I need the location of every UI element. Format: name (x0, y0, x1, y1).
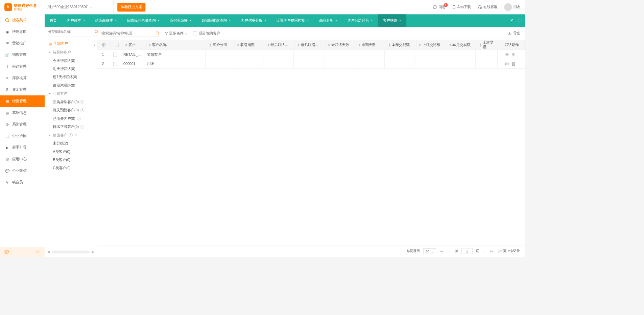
tab-2[interactable]: 供应商账本✕ (90, 14, 122, 27)
collapse-nav-icon[interactable] (36, 250, 40, 254)
nav-item-10[interactable]: ▶新手引导 (0, 142, 45, 153)
col-customer-code[interactable]: 客户... (123, 40, 146, 50)
col-customer-group[interactable]: 客户分组 (207, 40, 235, 50)
tree-scroll-left[interactable]: ◀ (47, 250, 50, 254)
tree-leaf[interactable]: 逾期未联络(0) (45, 81, 97, 89)
grid-search-input[interactable] (101, 30, 156, 36)
next-page-button[interactable]: › (482, 249, 486, 253)
tab-4[interactable]: 应付明细账✕ (165, 14, 197, 27)
table-row[interactable]: 2000001用友 (97, 59, 525, 69)
page-input[interactable] (461, 248, 473, 254)
tree-leaf[interactable]: 未分组(2) (45, 139, 97, 148)
tree-leaf[interactable]: B类客户(0) (45, 156, 97, 164)
experience-plan-button[interactable]: 体验行业方案 (117, 3, 145, 12)
close-icon[interactable]: ✕ (229, 19, 231, 22)
tree-group[interactable]: ▼问题客户 (45, 90, 97, 98)
col-overdue-days[interactable]: 逾期天数 (356, 40, 386, 50)
nav-item-12[interactable]: 💬企业微信 (0, 165, 45, 176)
col-last-trade[interactable]: 上次交易 (477, 40, 499, 50)
tabs-expand[interactable]: ⛶ (516, 19, 525, 23)
tree-group[interactable]: ▼价值客户 ? ✎ (45, 131, 97, 139)
tree-search-input[interactable] (48, 29, 95, 33)
tab-10[interactable]: 客户联络✕ (378, 14, 406, 27)
help-icon[interactable]: ? (77, 117, 80, 120)
messages-link[interactable]: 消息 6 (432, 4, 445, 9)
tabs-close-all[interactable]: ✕ (507, 19, 516, 23)
close-icon[interactable]: ✕ (399, 19, 401, 22)
tree-leaf[interactable]: 近7天待联络(0) (45, 73, 97, 81)
close-icon[interactable]: ✕ (157, 19, 160, 22)
search-icon[interactable] (95, 30, 98, 33)
view-icon[interactable] (505, 52, 508, 56)
tree-leaf[interactable]: C类客户(0) (45, 164, 97, 172)
help-icon[interactable]: ? (80, 108, 84, 112)
help-icon[interactable]: ? (69, 133, 73, 137)
more-icon[interactable] (511, 52, 515, 56)
tab-7[interactable]: 设置客户信用控制✕ (271, 14, 314, 27)
tree-leaf[interactable]: 已流失客户(0) ? (45, 114, 97, 122)
tab-1[interactable]: 客户账本✕ (62, 14, 90, 27)
tree-leaf[interactable]: A类客户(0) (45, 148, 97, 156)
edit-icon[interactable]: ✎ (74, 133, 77, 137)
search-icon[interactable] (156, 31, 159, 35)
nav-item-3[interactable]: ⇩采购管理 (0, 61, 45, 72)
tab-3[interactable]: 应收应付余额查询✕ (122, 14, 165, 27)
nav-item-11[interactable]: ⊞应用中心 (0, 153, 45, 165)
app-download-link[interactable]: App下载 (452, 4, 471, 9)
col-days-no-contact[interactable]: 未联络天数 (326, 40, 356, 50)
export-button[interactable]: 导出 (508, 31, 520, 36)
more-conditions[interactable]: 更多条件 ⌄ (165, 31, 188, 36)
nav-item-4[interactable]: ≡库存核算 (0, 72, 45, 84)
nav-item-2[interactable]: 🛒销售管理 (0, 49, 45, 61)
tree-scrollbar[interactable] (52, 250, 90, 253)
tree-leaf[interactable]: 回购异常客户(0) ? (45, 98, 97, 106)
user-menu[interactable]: 用友 (504, 3, 520, 11)
online-service-link[interactable]: 在线客服 (477, 4, 497, 9)
page-size-select[interactable]: 50 ⌄ (423, 248, 436, 254)
close-icon[interactable]: ✕ (189, 19, 192, 22)
nav-item-1[interactable]: ✉营销推广 (0, 38, 45, 49)
col-last-month-amount[interactable]: 上月交易额 (416, 40, 447, 50)
nav-item-7[interactable]: ▦基础信息 (0, 107, 45, 118)
col-last-contact-2[interactable]: 最后联络... (295, 40, 326, 50)
tree-scroll-right[interactable]: ▶ (92, 250, 94, 254)
nav-item-6[interactable]: ▤经营管理 (0, 95, 45, 107)
tree-leaf[interactable]: 今天待联络(0) (45, 57, 97, 65)
tree-leaf[interactable]: 流失预警客户(0) ? (45, 106, 97, 114)
close-icon[interactable]: ✕ (264, 19, 266, 22)
col-this-month-amount[interactable]: 本月交易额 (447, 40, 477, 50)
tree-leaf[interactable]: 明天待联络(0) (45, 65, 97, 73)
nav-item-0[interactable]: ◉快捷导航 (0, 26, 45, 38)
close-icon[interactable]: ✕ (307, 19, 309, 22)
close-icon[interactable]: ✕ (115, 19, 117, 22)
gear-icon[interactable] (4, 250, 9, 254)
column-settings[interactable] (97, 40, 111, 50)
view-icon[interactable] (505, 62, 508, 66)
header-checkbox[interactable] (111, 40, 123, 50)
first-page-button[interactable]: ⏮ (439, 249, 445, 253)
nav-item-8[interactable]: ⟳系统管理 (0, 118, 45, 130)
prev-page-button[interactable]: ‹ (448, 249, 452, 253)
col-contact-cycle[interactable]: 联络周期 (235, 40, 265, 50)
row-checkbox[interactable] (109, 50, 121, 59)
tab-9[interactable]: 客户分层经营✕ (342, 14, 378, 27)
close-icon[interactable]: ✕ (83, 19, 85, 22)
last-page-button[interactable]: ⏭ (489, 249, 495, 253)
tab-6[interactable]: 客户信用分析✕ (236, 14, 271, 27)
col-customer-name[interactable]: 客户名称 (147, 40, 207, 50)
nav-item-5[interactable]: $资金管理 (0, 84, 45, 95)
nav-item-13[interactable]: V畅会员 (0, 177, 45, 188)
tree-collapse-button[interactable]: « (93, 42, 97, 48)
tree-leaf[interactable]: 持续下滑客户(0) ? (45, 123, 97, 131)
help-icon[interactable]: ? (80, 125, 84, 129)
tab-8[interactable]: 商品分析✕ (314, 14, 342, 27)
my-customers-checkbox[interactable]: 我分管的客户 (193, 31, 220, 36)
col-year-amount[interactable]: 本年交易额 (386, 40, 417, 50)
nav-item-9[interactable]: ⬚企业协同 (0, 130, 45, 142)
tenant-select[interactable]: 用户690企业1660120507 ⌄ (47, 0, 114, 14)
table-row[interactable]: 1RETAIL_...零散客户 (97, 50, 525, 60)
tab-0[interactable]: 首页 (45, 14, 62, 27)
nav-search[interactable]: 搜索菜单 (0, 14, 45, 26)
tree-root-all[interactable]: ▦ 全部客户 (45, 39, 97, 48)
help-icon[interactable]: ? (80, 100, 84, 104)
